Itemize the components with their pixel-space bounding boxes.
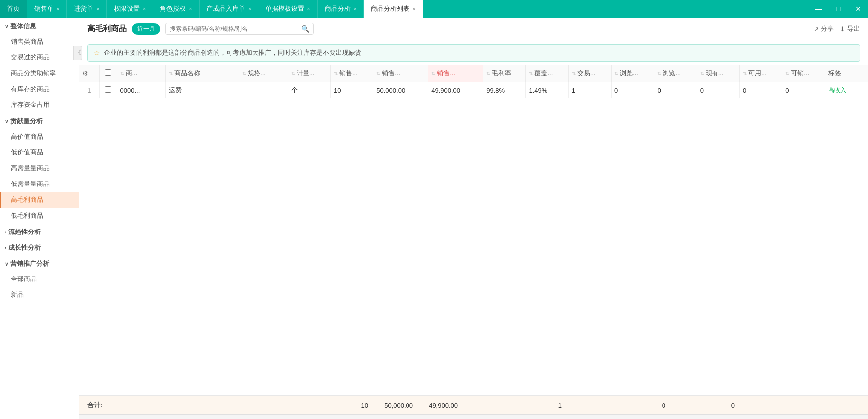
content-header: 高毛利商品 近一月 🔍 ↗ 分享 ⬇ 导出 <box>79 18 868 39</box>
footer-spec <box>262 402 302 409</box>
row-tag: 高收入 <box>825 82 868 98</box>
row-num: 1 <box>79 82 99 98</box>
footer-row: 合计: 10 50,000.00 49,900.00 1 0 0 <box>79 395 868 414</box>
col-settings[interactable]: ⚙ <box>79 65 99 82</box>
share-button[interactable]: ↗ 分享 <box>814 24 834 33</box>
sort-icon-sa: ⇅ <box>376 71 380 76</box>
nav-role[interactable]: 角色授权 × <box>153 0 199 18</box>
footer-cost: 49,900.00 <box>416 402 460 409</box>
chevron-down-icon: ∨ <box>5 24 8 29</box>
col-sales-qty[interactable]: ⇅ 销售... <box>330 65 373 82</box>
sidebar-collapse-button[interactable]: 《 <box>73 46 82 60</box>
nav-purchase[interactable]: 进货单 × <box>67 0 106 18</box>
horizontal-scrollbar[interactable] <box>79 414 868 419</box>
filter-last-month[interactable]: 近一月 <box>132 23 160 35</box>
minimize-button[interactable]: — <box>809 0 828 18</box>
sidebar-item-high-value[interactable]: 高价值商品 <box>0 129 79 144</box>
col-stock-now[interactable]: ⇅ 现有... <box>697 65 739 82</box>
nav-template[interactable]: 单据模板设置 × <box>258 0 317 18</box>
sidebar-item-traded-goods[interactable]: 交易过的商品 <box>0 49 79 65</box>
sidebar-item-new-goods[interactable]: 新品 <box>0 287 79 303</box>
close-product-instock-tab[interactable]: × <box>248 6 251 12</box>
footer-unit <box>302 402 337 409</box>
sidebar-group-growth[interactable]: › 成长性分析 <box>0 239 79 255</box>
sidebar-group-contribution[interactable]: ∨ 贡献量分析 <box>0 113 79 129</box>
close-sales-tab[interactable]: × <box>56 6 59 12</box>
close-product-analysis-tab[interactable]: × <box>354 6 357 12</box>
close-role-tab[interactable]: × <box>189 6 192 12</box>
close-purchase-tab[interactable]: × <box>96 6 99 12</box>
footer-qty: 10 <box>337 402 371 409</box>
chevron-right-icon: › <box>5 230 6 235</box>
col-spec[interactable]: ⇅ 规格... <box>239 65 288 82</box>
col-code[interactable]: ⇅ 商... <box>117 65 166 82</box>
sidebar-item-sales-goods[interactable]: 销售类商品 <box>0 34 79 49</box>
table-container[interactable]: ⚙ ⇅ 商... ⇅ <box>79 65 868 395</box>
sidebar-item-low-margin[interactable]: 低毛利商品 <box>0 208 79 224</box>
sidebar-group-marketing[interactable]: ∨ 营销推广分析 <box>0 255 79 271</box>
row-unit: 个 <box>288 82 330 98</box>
sidebar-item-low-demand[interactable]: 低需量量商品 <box>0 176 79 192</box>
col-stock-sell[interactable]: ⇅ 可销... <box>782 65 825 82</box>
col-checkbox <box>99 65 117 82</box>
share-icon: ↗ <box>814 25 819 33</box>
footer-gross <box>460 402 495 409</box>
close-window-button[interactable]: ✕ <box>848 0 868 18</box>
table-row: 1 0000... 运费 个 10 50,000.00 49,900.00 99… <box>79 82 868 98</box>
row-stock-now: 0 <box>697 82 739 98</box>
col-coverage[interactable]: ⇅ 覆盖... <box>526 65 568 82</box>
col-browse2[interactable]: ⇅ 浏览... <box>654 65 697 82</box>
col-unit[interactable]: ⇅ 计量... <box>288 65 330 82</box>
sidebar-item-all-goods[interactable]: 全部商品 <box>0 271 79 287</box>
footer-amount: 50,000.00 <box>371 402 416 409</box>
info-text: 企业的主要的利润都是这部分商品创造的，可考虑加大推广，同时关注库存是不要出现缺货 <box>104 48 361 57</box>
col-gross-rate[interactable]: ⇅ 毛利率 <box>483 65 526 82</box>
footer-trans: 1 <box>530 402 564 409</box>
row-checkbox[interactable] <box>99 82 117 98</box>
nav-sales[interactable]: 销售单 × <box>27 0 67 18</box>
row-browse1[interactable]: 0 <box>612 82 654 98</box>
close-template-tab[interactable]: × <box>307 6 310 12</box>
col-name[interactable]: ⇅ 商品名称 <box>166 65 239 82</box>
select-all-checkbox[interactable] <box>105 69 111 76</box>
col-browse1[interactable]: ⇅ 浏览... <box>612 65 654 82</box>
table-header-row: ⚙ ⇅ 商... ⇅ <box>79 65 868 82</box>
col-sales-cost[interactable]: ⇅ 销售... <box>428 65 483 82</box>
window-controls: — □ ✕ <box>809 0 868 18</box>
sort-icon-spec: ⇅ <box>242 71 246 76</box>
sidebar-item-high-demand[interactable]: 高需量量商品 <box>0 160 79 176</box>
search-icon[interactable]: 🔍 <box>301 25 309 33</box>
close-permission-tab[interactable]: × <box>143 6 146 12</box>
sidebar-item-stock-capital[interactable]: 库存资金占用 <box>0 97 79 113</box>
sidebar-item-low-value[interactable]: 低价值商品 <box>0 144 79 160</box>
maximize-button[interactable]: □ <box>828 0 848 18</box>
chevron-down-icon-2: ∨ <box>5 119 8 124</box>
close-product-analysis-list-tab[interactable]: × <box>412 6 415 12</box>
nav-permission[interactable]: 权限设置 × <box>107 0 153 18</box>
row-code[interactable]: 0000... <box>117 82 166 98</box>
row-coverage: 1.49% <box>526 82 568 98</box>
chevron-right-icon-2: › <box>5 245 6 251</box>
star-icon: ☆ <box>94 49 100 57</box>
row-sales-cost: 49,900.00 <box>428 82 483 98</box>
col-transactions[interactable]: ⇅ 交易... <box>568 65 611 82</box>
export-button[interactable]: ⬇ 导出 <box>840 24 860 33</box>
sort-icon-tr: ⇅ <box>572 71 576 76</box>
footer-coverage <box>495 402 530 409</box>
sidebar-item-instock-goods[interactable]: 有库存的商品 <box>0 81 79 97</box>
col-tag: 标签 <box>825 65 868 82</box>
nav-product-instock[interactable]: 产成品入库单 × <box>200 0 258 18</box>
col-sales-amount[interactable]: ⇅ 销售... <box>373 65 428 82</box>
row-sales-qty: 10 <box>330 82 373 98</box>
row-sales-amount: 50,000.00 <box>373 82 428 98</box>
sidebar-group-trend[interactable]: › 流趋性分析 <box>0 224 79 239</box>
nav-home[interactable]: 首页 <box>0 0 27 18</box>
nav-product-analysis-list[interactable]: 商品分析列表 × <box>364 0 423 18</box>
col-stock-avail[interactable]: ⇅ 可用... <box>739 65 782 82</box>
nav-product-analysis[interactable]: 商品分析 × <box>318 0 364 18</box>
sort-icon-gr: ⇅ <box>486 71 490 76</box>
sidebar-item-high-margin[interactable]: 高毛利商品 <box>0 192 79 208</box>
search-input[interactable] <box>170 25 301 32</box>
sidebar-group-overall[interactable]: ∨ 整体信息 <box>0 18 79 34</box>
sidebar-item-category-rate[interactable]: 商品分类助销率 <box>0 65 79 81</box>
